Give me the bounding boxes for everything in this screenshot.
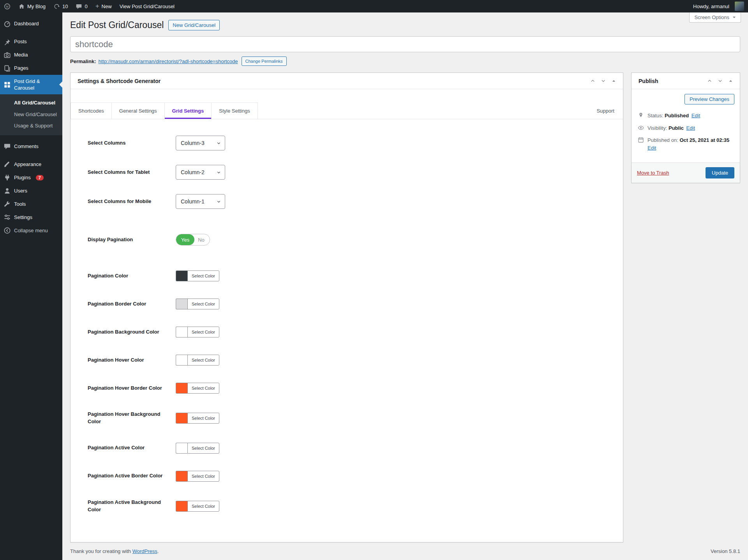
site-name-menu[interactable]: My Blog bbox=[14, 0, 49, 12]
move-to-trash-link[interactable]: Move to Trash bbox=[637, 170, 669, 176]
color-swatch[interactable] bbox=[176, 355, 187, 366]
color-swatch[interactable] bbox=[176, 327, 187, 337]
select-columns-dropdown[interactable]: Column-3 bbox=[176, 136, 225, 150]
screen-options-label: Screen Options bbox=[694, 14, 729, 20]
comment-bubble-icon bbox=[76, 3, 82, 10]
tab-style-settings[interactable]: Style Settings bbox=[211, 102, 258, 119]
select-color-button[interactable]: Select Color bbox=[187, 443, 219, 454]
field-pagination-color: Pagination Color Select Color bbox=[88, 270, 615, 281]
plugins-plug-icon bbox=[0, 174, 14, 181]
edit-status-link[interactable]: Edit bbox=[692, 113, 700, 118]
select-color-button[interactable]: Select Color bbox=[187, 501, 219, 512]
toggle-no-option[interactable]: No bbox=[194, 234, 210, 245]
permalink-row: Permalink: http://masudr.com/arman/direc… bbox=[70, 57, 740, 66]
select-color-button[interactable]: Select Color bbox=[187, 327, 219, 337]
color-swatch[interactable] bbox=[176, 299, 187, 309]
select-color-button[interactable]: Select Color bbox=[187, 355, 219, 366]
sidebar-item-posts[interactable]: Posts bbox=[0, 35, 62, 48]
select-columns-mobile-dropdown[interactable]: Column-1 bbox=[176, 194, 225, 209]
sidebar-item-pages[interactable]: Pages bbox=[0, 62, 62, 75]
color-swatch[interactable] bbox=[176, 270, 187, 281]
wordpress-logo-menu[interactable]: W bbox=[0, 0, 14, 12]
color-swatch[interactable] bbox=[176, 413, 187, 424]
permalink-link[interactable]: http://masudr.com/arman/directorist/?adl… bbox=[98, 58, 238, 64]
submenu-item-new-grid-carousel[interactable]: New Grid/Carousel bbox=[0, 109, 62, 120]
color-swatch[interactable] bbox=[176, 383, 187, 394]
new-content-menu[interactable]: + New bbox=[92, 0, 116, 12]
support-link[interactable]: Support bbox=[596, 108, 623, 114]
select-color-button[interactable]: Select Color bbox=[187, 299, 219, 309]
wordpress-link[interactable]: WordPress bbox=[132, 548, 157, 554]
sidebar-item-dashboard[interactable]: Dashboard bbox=[0, 17, 62, 30]
new-label: New bbox=[102, 4, 112, 9]
edit-visibility-link[interactable]: Edit bbox=[686, 125, 695, 131]
admin-footer: Thank you for creating with WordPress. V… bbox=[62, 543, 748, 560]
move-up-icon[interactable] bbox=[705, 76, 714, 86]
my-account-menu[interactable]: Howdy, armanul bbox=[689, 0, 748, 12]
select-color-button[interactable]: Select Color bbox=[187, 270, 219, 281]
view-post-link[interactable]: View Post Grid/Carousel bbox=[116, 0, 178, 12]
grid-icon bbox=[0, 81, 14, 88]
field-label: Pagination Active Background Color bbox=[88, 499, 176, 514]
edit-published-date-link[interactable]: Edit bbox=[647, 145, 656, 151]
user-avatar bbox=[735, 2, 744, 11]
wordpress-logo-icon: W bbox=[4, 3, 11, 10]
calendar-icon bbox=[638, 137, 644, 143]
settings-panel-title: Settings & Shortcode Generator bbox=[78, 78, 161, 84]
post-title-input[interactable] bbox=[70, 36, 740, 52]
color-swatch[interactable] bbox=[176, 443, 187, 454]
color-swatch[interactable] bbox=[176, 471, 187, 482]
updates-menu[interactable]: 10 bbox=[49, 0, 72, 12]
select-columns-tablet-dropdown[interactable]: Column-2 bbox=[176, 165, 225, 180]
chevron-down-icon bbox=[217, 170, 221, 175]
field-label: Select Columns bbox=[88, 140, 176, 147]
sidebar-item-appearance[interactable]: Appearance bbox=[0, 158, 62, 171]
select-color-button[interactable]: Select Color bbox=[187, 471, 219, 482]
tab-shortcodes[interactable]: Shortcodes bbox=[71, 102, 112, 119]
sidebar-item-label: Pages bbox=[14, 62, 31, 74]
field-label: Pagination Background Color bbox=[88, 329, 176, 336]
select-color-button[interactable]: Select Color bbox=[187, 413, 219, 424]
preview-changes-button[interactable]: Preview Changes bbox=[684, 94, 734, 104]
collapse-menu-button[interactable]: Collapse menu bbox=[0, 224, 62, 237]
move-up-icon[interactable] bbox=[588, 76, 597, 86]
sidebar-item-plugins[interactable]: Plugins 7 bbox=[0, 171, 62, 184]
view-post-label: View Post Grid/Carousel bbox=[120, 4, 175, 9]
admin-sidebar: Dashboard Posts Media Pages Post Grid & … bbox=[0, 12, 62, 560]
move-down-icon[interactable] bbox=[598, 76, 608, 86]
admin-bar-left: W My Blog 10 0 + New View Post Grid/Ca bbox=[0, 0, 178, 12]
toggle-panel-icon[interactable] bbox=[609, 76, 618, 86]
color-swatch[interactable] bbox=[176, 501, 187, 512]
publish-body: Preview Changes Status: Published Edit bbox=[632, 89, 740, 159]
comments-menu[interactable]: 0 bbox=[72, 0, 91, 12]
update-button[interactable]: Update bbox=[706, 167, 734, 178]
settings-panel-header: Settings & Shortcode Generator bbox=[71, 73, 623, 89]
footer-thanks: Thank you for creating with WordPress. bbox=[70, 548, 159, 554]
publish-panel-title: Publish bbox=[639, 78, 658, 84]
screen-options-button[interactable]: Screen Options bbox=[689, 12, 741, 23]
field-label: Select Columns for Tablet bbox=[88, 169, 176, 176]
page-title: Edit Post Grid/Carousel bbox=[70, 20, 164, 30]
sidebar-item-tools[interactable]: Tools bbox=[0, 198, 62, 211]
select-color-button[interactable]: Select Color bbox=[187, 383, 219, 394]
tab-general-settings[interactable]: General Settings bbox=[111, 102, 165, 119]
sidebar-item-users[interactable]: Users bbox=[0, 184, 62, 198]
tools-wrench-icon bbox=[0, 200, 14, 208]
sidebar-item-post-grid-carousel[interactable]: Post Grid & Carousel bbox=[0, 75, 62, 94]
field-select-columns: Select Columns Column-3 bbox=[88, 136, 615, 150]
published-on-label: Published on: bbox=[647, 137, 678, 143]
move-down-icon[interactable] bbox=[715, 76, 725, 86]
updates-icon bbox=[53, 3, 60, 10]
sidebar-item-media[interactable]: Media bbox=[0, 48, 62, 62]
sidebar-item-settings[interactable]: Settings bbox=[0, 211, 62, 224]
toggle-panel-icon[interactable] bbox=[726, 76, 735, 86]
field-label: Pagination Hover Color bbox=[88, 357, 176, 364]
sidebar-item-comments[interactable]: Comments bbox=[0, 140, 62, 153]
submenu-item-all-grid-carousel[interactable]: All Grid/Carousel bbox=[0, 97, 62, 109]
admin-bar-right: Howdy, armanul bbox=[689, 0, 748, 12]
change-permalinks-button[interactable]: Change Permalinks bbox=[242, 57, 287, 66]
toggle-yes-option[interactable]: Yes bbox=[176, 234, 194, 245]
submenu-item-usage-support[interactable]: Usage & Support bbox=[0, 120, 62, 132]
tab-grid-settings[interactable]: Grid Settings bbox=[164, 102, 212, 119]
new-grid-carousel-button[interactable]: New Grid/Carousel bbox=[168, 20, 220, 30]
